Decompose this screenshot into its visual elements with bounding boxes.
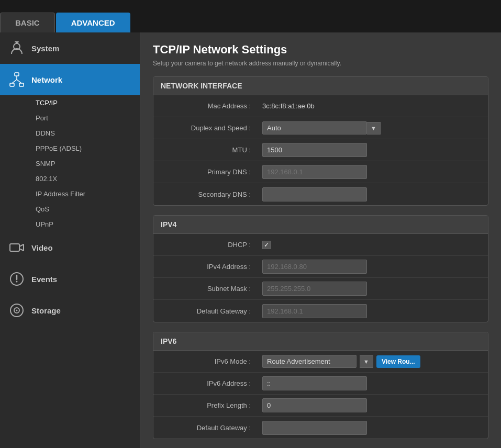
ipv6-mode-control: Route Advertisement ▼ View Rou... — [258, 352, 488, 371]
dhcp-label: DHCP : — [153, 241, 258, 249]
prefix-length-control — [258, 396, 488, 415]
ipv4-default-gateway-label: Default Gateway : — [153, 307, 258, 315]
ipv4-default-gateway-control — [258, 301, 488, 321]
subnet-mask-row: Subnet Mask : — [153, 278, 488, 300]
tab-advanced[interactable]: ADVANCED — [56, 13, 130, 32]
sidebar-item-network[interactable]: Network — [0, 64, 140, 95]
ipv6-address-row: IPv6 Address : — [153, 373, 488, 395]
mac-address-row: Mac Address : 3c:8c:f8:a1:ae:0b — [153, 95, 488, 117]
dhcp-control — [258, 238, 488, 252]
mtu-control — [258, 140, 488, 160]
dhcp-row: DHCP : — [153, 234, 488, 256]
ipv6-mode-arrow-icon[interactable]: ▼ — [360, 355, 373, 368]
duplex-speed-row: Duplex and Speed : Auto ▼ — [153, 117, 488, 139]
sidebar-sub-pppoe[interactable]: PPPoE (ADSL) — [30, 141, 140, 156]
ipv6-default-gateway-row: Default Gateway : — [153, 417, 488, 439]
ipv4-address-input[interactable] — [262, 260, 367, 274]
mtu-input[interactable] — [262, 143, 367, 157]
duplex-speed-label: Duplex and Speed : — [153, 124, 258, 132]
system-icon — [7, 39, 26, 58]
mac-address-value: 3c:8c:f8:a1:ae:0b — [258, 99, 488, 113]
ipv4-address-label: IPv4 Address : — [153, 263, 258, 271]
ipv4-header: IPV4 — [153, 216, 488, 234]
sidebar-sub-upnp[interactable]: UPnP — [30, 217, 140, 232]
subnet-mask-control — [258, 279, 488, 298]
sidebar-item-system[interactable]: System — [0, 32, 140, 64]
secondary-dns-label: Secondary DNS : — [153, 191, 258, 198]
sidebar-item-events[interactable]: Events — [0, 263, 140, 295]
sidebar-sub-8021x[interactable]: 802.1X — [30, 171, 140, 186]
mac-address-text: 3c:8c:f8:a1:ae:0b — [262, 102, 315, 110]
prefix-length-input[interactable] — [262, 398, 367, 412]
svg-rect-9 — [10, 244, 19, 251]
sidebar: System Network TCP/IP Port DDNS PPPoE (A — [0, 32, 140, 448]
sidebar-network-label: Network — [31, 75, 62, 84]
svg-line-8 — [17, 80, 21, 83]
ipv4-default-gateway-input[interactable] — [262, 304, 367, 318]
ipv6-mode-select[interactable]: Route Advertisement — [262, 355, 357, 368]
ipv6-section: IPV6 IPv6 Mode : Route Advertisement ▼ V… — [153, 332, 488, 439]
duplex-select-wrap: Auto ▼ — [262, 121, 484, 135]
video-icon — [7, 238, 26, 257]
duplex-speed-select[interactable]: Auto — [262, 121, 367, 135]
ipv6-default-gateway-label: Default Gateway : — [153, 424, 258, 432]
svg-rect-5 — [19, 83, 24, 86]
primary-dns-input[interactable] — [262, 165, 367, 179]
page-description: Setup your camera to get network address… — [153, 60, 488, 67]
ipv6-address-input[interactable] — [262, 376, 367, 390]
sidebar-sub-ddns[interactable]: DDNS — [30, 126, 140, 141]
primary-dns-control — [258, 162, 488, 182]
ipv6-address-control — [258, 374, 488, 393]
events-icon — [7, 270, 26, 288]
network-icon — [7, 70, 26, 89]
sidebar-sub-qos[interactable]: QoS — [30, 201, 140, 217]
main-layout: System Network TCP/IP Port DDNS PPPoE (A — [0, 32, 501, 448]
sidebar-video-label: Video — [31, 243, 53, 252]
mtu-row: MTU : — [153, 139, 488, 161]
subnet-mask-label: Subnet Mask : — [153, 285, 258, 293]
ipv6-body: IPv6 Mode : Route Advertisement ▼ View R… — [153, 351, 488, 439]
duplex-select-arrow-icon[interactable]: ▼ — [367, 122, 381, 135]
secondary-dns-input[interactable] — [262, 187, 367, 201]
sidebar-network-subnav: TCP/IP Port DDNS PPPoE (ADSL) SNMP 802.1… — [0, 95, 140, 232]
subnet-mask-input[interactable] — [262, 282, 367, 296]
ipv6-header: IPV6 — [153, 332, 488, 351]
svg-rect-3 — [15, 73, 19, 76]
mtu-label: MTU : — [153, 146, 258, 154]
ipv6-default-gateway-input[interactable] — [262, 421, 367, 435]
mac-address-label: Mac Address : — [153, 102, 258, 110]
svg-rect-2 — [15, 41, 19, 42]
dhcp-checkbox-wrap — [262, 241, 484, 249]
top-tabs: BASIC ADVANCED — [0, 0, 501, 32]
sidebar-events-label: Events — [31, 275, 57, 284]
network-interface-section: NETWORK INTERFACE Mac Address : 3c:8c:f8… — [153, 76, 488, 206]
sidebar-sub-tcpip[interactable]: TCP/IP — [30, 95, 140, 110]
main-content: TCP/IP Network Settings Setup your camer… — [140, 32, 501, 448]
primary-dns-label: Primary DNS : — [153, 168, 258, 176]
sidebar-sub-snmp[interactable]: SNMP — [30, 156, 140, 171]
sidebar-sub-ipfilter[interactable]: IP Address Filter — [30, 186, 140, 201]
sidebar-item-storage[interactable]: Storage — [0, 295, 140, 326]
dhcp-checkbox[interactable] — [262, 241, 271, 249]
view-route-button[interactable]: View Rou... — [376, 355, 420, 368]
ipv4-address-control — [258, 257, 488, 276]
ipv6-mode-label: IPv6 Mode : — [153, 357, 258, 365]
primary-dns-row: Primary DNS : — [153, 161, 488, 183]
secondary-dns-row: Secondary DNS : — [153, 183, 488, 205]
ipv4-address-row: IPv4 Address : — [153, 256, 488, 278]
tab-basic[interactable]: BASIC — [0, 13, 55, 32]
svg-point-15 — [16, 310, 18, 311]
ipv6-default-gateway-control — [258, 418, 488, 438]
sidebar-storage-label: Storage — [31, 306, 61, 315]
sidebar-sub-port[interactable]: Port — [30, 110, 140, 126]
ipv6-mode-row: IPv6 Mode : Route Advertisement ▼ View R… — [153, 351, 488, 373]
sidebar-item-video[interactable]: Video — [0, 232, 140, 263]
network-interface-body: Mac Address : 3c:8c:f8:a1:ae:0b Duplex a… — [153, 95, 488, 205]
ipv6-mode-wrap: Route Advertisement ▼ View Rou... — [262, 355, 484, 368]
duplex-speed-control: Auto ▼ — [258, 119, 488, 137]
svg-point-12 — [16, 281, 18, 283]
ipv4-body: DHCP : IPv4 Address : Subnet Mask : — [153, 234, 488, 322]
prefix-length-row: Prefix Length : — [153, 395, 488, 417]
svg-rect-4 — [10, 83, 14, 86]
storage-icon — [7, 301, 26, 320]
